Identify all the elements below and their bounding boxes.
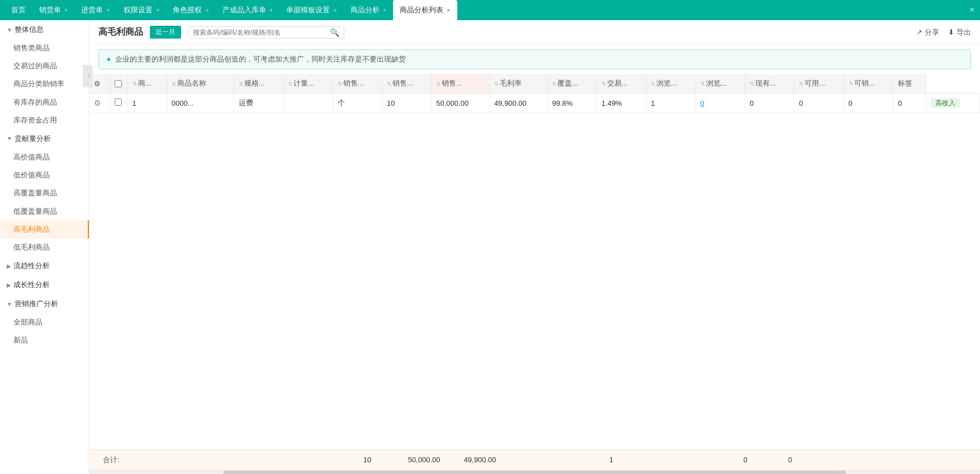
sort-icon: ⇅ [750,81,754,87]
nav-item-roles[interactable]: 角色授权 × [166,0,215,20]
th-sales-qty: ⇅销售... [333,74,382,93]
settings-icon[interactable]: ⚙ [94,79,101,88]
sidebar-item-all-goods[interactable]: 全部商品 [0,313,89,331]
th-name: ⇅商品名称 [167,74,234,93]
row-name: 运费 [234,93,283,113]
th-coverage: ⇅覆盖... [547,74,596,93]
share-button[interactable]: ↗ 分享 [916,27,939,37]
sidebar-group-overall[interactable]: ▼ 整体信息 [0,20,89,39]
row-spec [283,93,333,113]
sidebar-item-category-rate[interactable]: 商品分类助销率 [0,75,89,93]
horizontal-scrollbar[interactable] [89,470,980,474]
sidebar-item-high-margin[interactable]: 高毛利商品 [0,220,89,238]
chevron-down-icon: ▼ [7,135,12,142]
nav-item-template[interactable]: 单据模板设置 × [280,0,343,20]
page-title: 高毛利商品 [98,26,143,38]
row-coverage: 1.49% [596,93,646,113]
nav-item-product-stock[interactable]: 产成品入库单 × [216,0,280,20]
th-gross-rate: ⇅毛利率 [489,74,547,93]
scrollbar-thumb[interactable] [224,471,846,474]
sidebar-group-growth[interactable]: ▶ 成长性分析 [0,275,89,294]
header-actions: ↗ 分享 ⬇ 导出 [916,27,971,37]
row-settings[interactable]: ⚙ [89,93,110,113]
row-sales-profit: 49,900.00 [489,93,547,113]
close-icon[interactable]: × [156,7,159,13]
th-sales-profit: ⇅销售... [432,74,490,93]
nav-item-product-analysis-list[interactable]: 商品分析列表 × [393,0,457,20]
sidebar-group-marketing[interactable]: ▼ 营销推广分析 [0,294,89,313]
nav-item-sales[interactable]: 销货单 × [32,0,74,20]
sidebar-item-low-margin[interactable]: 低毛利商品 [0,238,89,256]
th-browse2: ⇅浏览... [695,74,745,93]
share-icon: ↗ [916,28,922,36]
main-layout: ▼ 整体信息 销售类商品 交易过的商品 商品分类助销率 有库存的商品 库存资金占… [0,20,980,474]
table-header-row: ⚙ ⇅商... ⇅商品名称 ⇅规格... [89,74,980,93]
search-icon[interactable]: 🔍 [330,28,339,37]
sort-icon: ⇅ [172,81,176,87]
top-nav: 首页 销货单 × 进货单 × 权限设置 × 角色授权 × 产成品入库单 × 单据… [0,0,980,20]
row-gross-rate: 99.8% [547,93,596,113]
sort-icon: ⇅ [132,81,137,87]
nav-item-home[interactable]: 首页 [4,0,32,20]
footer-stock-now: 0 [739,456,784,464]
footer-sales-amount: 50,000.00 [404,456,460,464]
table-row: ⚙ 1 0000... 运费 个 10 50,000.00 49,900.00 … [89,93,980,113]
close-icon[interactable]: × [383,7,386,13]
footer-trade: 1 [605,456,650,464]
search-input[interactable] [193,29,330,36]
sidebar-item-high-coverage[interactable]: 高覆盖量商品 [0,184,89,202]
row-browse1[interactable]: 0 [695,93,745,113]
sort-icon: ⇅ [288,81,292,87]
sort-icon: ⇅ [494,81,499,87]
chevron-right-icon: ▶ [7,282,11,288]
close-icon[interactable]: × [269,7,273,13]
search-box: 🔍 [188,26,344,39]
close-icon[interactable]: × [205,7,209,13]
nav-item-permissions[interactable]: 权限设置 × [117,0,166,20]
footer-available: 0 [784,456,828,464]
th-checkbox[interactable] [110,74,127,93]
time-filter-button[interactable]: 近一月 [150,26,181,39]
sidebar-item-in-stock[interactable]: 有库存的商品 [0,93,89,111]
sidebar-item-new-goods[interactable]: 新品 [0,331,89,349]
tag-badge: 高收入 [931,98,960,108]
sidebar-item-high-value[interactable]: 高价值商品 [0,148,89,166]
content-header: 高毛利商品 近一月 🔍 ↗ 分享 ⬇ 导出 [89,20,980,45]
window-close-button[interactable]: × [969,5,974,15]
chevron-down-icon: ▼ [7,301,12,307]
row-sales-amount: 50,000.00 [432,93,490,113]
sidebar-collapse-button[interactable]: 《 [83,65,93,87]
sidebar-item-low-coverage[interactable]: 低覆盖量商品 [0,203,89,220]
th-stock-now: ⇅现有... [745,74,794,93]
nav-item-purchase[interactable]: 进货单 × [74,0,116,20]
table-container[interactable]: ⚙ ⇅商... ⇅商品名称 ⇅规格... [89,74,980,449]
sort-icon: ⇅ [387,81,391,87]
chevron-down-icon: ▼ [7,27,12,33]
sort-icon: ⇅ [436,81,441,87]
nav-item-product-analysis[interactable]: 商品分析 × [344,0,393,20]
sidebar-group-trend[interactable]: ▶ 流趋性分析 [0,256,89,275]
data-table: ⚙ ⇅商... ⇅商品名称 ⇅规格... [89,74,980,113]
close-icon[interactable]: × [447,7,450,13]
close-icon[interactable]: × [106,7,110,13]
select-all-checkbox[interactable] [115,80,122,87]
row-checkbox[interactable] [110,93,127,113]
export-button[interactable]: ⬇ 导出 [948,27,971,37]
row-select-checkbox[interactable] [115,98,122,106]
sort-icon: ⇅ [799,81,803,87]
sidebar-item-stock-capital[interactable]: 库存资金占用 [0,111,89,129]
close-icon[interactable]: × [333,7,337,13]
sidebar-group-contribution[interactable]: ▼ 贡献量分析 [0,129,89,148]
footer-sales-qty: 10 [359,456,404,464]
sort-icon: ⇅ [651,81,655,87]
sidebar-item-low-value[interactable]: 低价值商品 [0,166,89,184]
star-icon: ✦ [106,55,112,64]
th-sellable: ⇅可销... [844,74,893,93]
sidebar-item-sales-goods[interactable]: 销售类商品 [0,39,89,57]
th-trade: ⇅交易... [596,74,646,93]
table-footer: 合计: 10 50,000.00 49,900.00 1 0 0 [89,449,980,470]
close-icon[interactable]: × [64,7,68,13]
sidebar-item-traded-goods[interactable]: 交易过的商品 [0,57,89,75]
sort-icon: ⇅ [849,81,853,87]
sort-icon: ⇅ [338,81,342,87]
